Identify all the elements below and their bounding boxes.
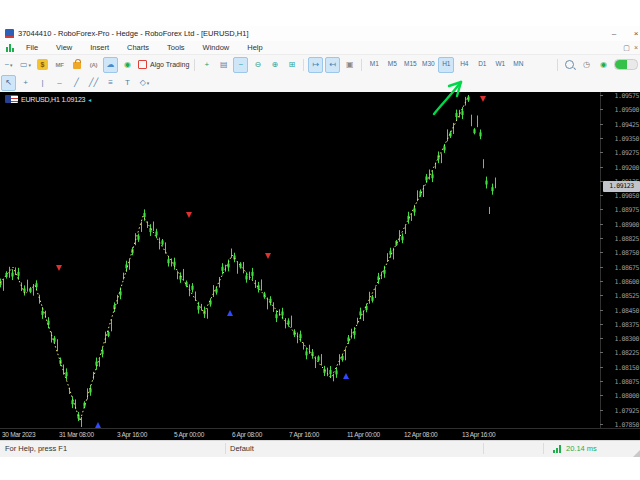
auto-scroll-button[interactable]: ↦ bbox=[308, 57, 323, 73]
price-tick-label: 1.08825 bbox=[603, 235, 639, 243]
channel-tool-button[interactable]: ╱╱ bbox=[86, 75, 101, 91]
tile-windows-button[interactable]: ⊞ bbox=[284, 57, 299, 73]
close-button[interactable]: × bbox=[628, 26, 640, 41]
price-tick-label: 1.08975 bbox=[603, 206, 639, 214]
market-button[interactable] bbox=[69, 57, 84, 73]
price-tick-label: 1.08375 bbox=[603, 321, 639, 329]
price-tick-label: 1.08075 bbox=[603, 378, 639, 386]
sell-arrow-marker bbox=[56, 265, 62, 271]
live-indicator-icon[interactable]: ◉ bbox=[596, 57, 611, 73]
price-tick-label: 1.09200 bbox=[603, 164, 639, 172]
dock-chart-button[interactable]: ▣ bbox=[342, 57, 357, 73]
price-tick-label: 1.09425 bbox=[603, 121, 639, 129]
candlestick-chart[interactable] bbox=[0, 92, 601, 428]
main-toolbar: ~▾▭▾$MF(A)☁◉Algo Trading+▤~⊖⊕⊞↦↤▣M1M5M15… bbox=[0, 54, 640, 75]
timeframe-m30-button[interactable]: M30 bbox=[420, 57, 436, 73]
price-tick-label: 1.08600 bbox=[603, 278, 639, 286]
zoom-in-button[interactable]: ⊕ bbox=[267, 57, 282, 73]
text-tool-button[interactable]: T bbox=[120, 75, 135, 91]
price-tick-label: 1.09575 bbox=[603, 92, 639, 100]
connection-latency: 20.14 ms bbox=[566, 444, 597, 453]
broker-logo-button[interactable]: MF bbox=[52, 57, 67, 73]
vps-cloud-button[interactable]: ☁ bbox=[103, 57, 118, 73]
window-title: 37044410 - RoboForex-Pro - Hedge - RoboF… bbox=[18, 29, 249, 38]
menu-insert[interactable]: Insert bbox=[81, 41, 118, 54]
price-scale[interactable]: 1.095751.095001.094251.093501.092751.092… bbox=[600, 92, 640, 428]
menu-window[interactable]: Window bbox=[194, 41, 239, 54]
chart-close-button[interactable]: × bbox=[634, 41, 638, 54]
price-tick-label: 1.08525 bbox=[603, 292, 639, 300]
timeframe-d1-button[interactable]: D1 bbox=[474, 57, 490, 73]
toolbar-separator bbox=[303, 59, 304, 71]
cursor-tool-button[interactable]: ↖ bbox=[1, 75, 16, 91]
status-separator bbox=[225, 443, 226, 454]
signals-button[interactable]: (A) bbox=[86, 57, 101, 73]
time-tick-label: 3 Apr 16:00 bbox=[117, 431, 147, 438]
menu-charts[interactable]: Charts bbox=[118, 41, 158, 54]
status-help-text: For Help, press F1 bbox=[5, 444, 67, 453]
chart-menu-icon[interactable] bbox=[6, 44, 14, 52]
resize-grip[interactable] bbox=[633, 450, 640, 457]
depth-of-market-button[interactable]: ▤ bbox=[216, 57, 231, 73]
community-button[interactable]: ◉ bbox=[120, 57, 135, 73]
chart-symbol-label: EURUSD,H1 1.09123 ◂ bbox=[5, 95, 91, 103]
menu-bar: FileViewInsertChartsToolsWindowHelp ▢ × bbox=[0, 41, 640, 54]
price-tick-label: 1.09275 bbox=[603, 149, 639, 157]
line-chart-button[interactable]: ~ bbox=[233, 57, 248, 73]
toolbar-separator bbox=[194, 59, 195, 71]
chart-shift-button[interactable]: ↤ bbox=[325, 57, 340, 73]
price-tick-label: 1.08225 bbox=[603, 349, 639, 357]
timeframe-w1-button[interactable]: W1 bbox=[492, 57, 508, 73]
shapes-tool-button[interactable]: ◇▾ bbox=[137, 75, 152, 91]
history-clock-button[interactable]: ◷ bbox=[579, 57, 594, 73]
live-toggle-switch[interactable] bbox=[613, 57, 639, 73]
price-tick-label: 1.08300 bbox=[603, 335, 639, 343]
timeframe-m5-button[interactable]: M5 bbox=[384, 57, 400, 73]
vertical-line-tool-button[interactable]: | bbox=[35, 75, 50, 91]
status-separator bbox=[543, 443, 544, 454]
chart-window[interactable]: EURUSD,H1 1.09123 ◂ 1.095751.095001.0942… bbox=[0, 92, 640, 440]
search-button[interactable] bbox=[562, 57, 577, 73]
price-tick-label: 1.08450 bbox=[603, 307, 639, 315]
mdi-window-controls: ▢ × bbox=[623, 41, 638, 54]
app-logo-icon bbox=[5, 29, 14, 38]
chart-type-button[interactable]: ~▾ bbox=[1, 57, 16, 73]
timeframe-mn-button[interactable]: MN bbox=[510, 57, 526, 73]
toolbar-separator bbox=[557, 59, 558, 71]
price-tick-label: 1.08150 bbox=[603, 364, 639, 372]
timeframe-h4-button[interactable]: H4 bbox=[456, 57, 472, 73]
menu-help[interactable]: Help bbox=[238, 41, 271, 54]
price-tick-label: 1.09500 bbox=[603, 106, 639, 114]
deposit-button[interactable]: $ bbox=[35, 57, 50, 73]
menu-tools[interactable]: Tools bbox=[158, 41, 194, 54]
timeframe-h1-button[interactable]: H1 bbox=[438, 57, 454, 73]
time-tick-label: 30 Mar 2023 bbox=[2, 431, 35, 438]
connection-signal-icon[interactable] bbox=[553, 445, 563, 453]
zoom-out-button[interactable]: ⊖ bbox=[250, 57, 265, 73]
timeframe-m1-button[interactable]: M1 bbox=[366, 57, 382, 73]
minimize-button[interactable]: – bbox=[606, 26, 622, 41]
chart-annotation-marker: ◂ bbox=[88, 96, 91, 103]
sell-arrow-marker bbox=[186, 212, 192, 218]
crosshair-tool-button[interactable]: + bbox=[18, 75, 33, 91]
price-tick-label: 1.08675 bbox=[603, 264, 639, 272]
menu-view[interactable]: View bbox=[47, 41, 81, 54]
menu-file[interactable]: File bbox=[17, 41, 47, 54]
trendline-tool-button[interactable]: ╱ bbox=[69, 75, 84, 91]
timeframe-m15-button[interactable]: M15 bbox=[402, 57, 418, 73]
time-tick-label: 6 Apr 08:00 bbox=[232, 431, 262, 438]
chart-restore-button[interactable]: ▢ bbox=[623, 41, 630, 54]
new-order-button[interactable]: + bbox=[199, 57, 214, 73]
price-tick-label: 1.09050 bbox=[603, 192, 639, 200]
time-tick-label: 31 Mar 08:00 bbox=[59, 431, 94, 438]
status-profile-text[interactable]: Default bbox=[230, 444, 254, 453]
time-tick-label: 13 Apr 16:00 bbox=[462, 431, 495, 438]
title-bar: 37044410 - RoboForex-Pro - Hedge - RoboF… bbox=[0, 26, 640, 41]
horizontal-line-tool-button[interactable]: – bbox=[52, 75, 67, 91]
profiles-button[interactable]: ▭▾ bbox=[18, 57, 33, 73]
fibonacci-tool-button[interactable]: ≡ bbox=[103, 75, 118, 91]
buy-arrow-marker bbox=[343, 373, 349, 379]
algo-trading-button[interactable]: Algo Trading bbox=[137, 57, 190, 73]
symbol-ohlc-text: EURUSD,H1 1.09123 bbox=[21, 96, 85, 103]
time-tick-label: 5 Apr 00:00 bbox=[174, 431, 204, 438]
